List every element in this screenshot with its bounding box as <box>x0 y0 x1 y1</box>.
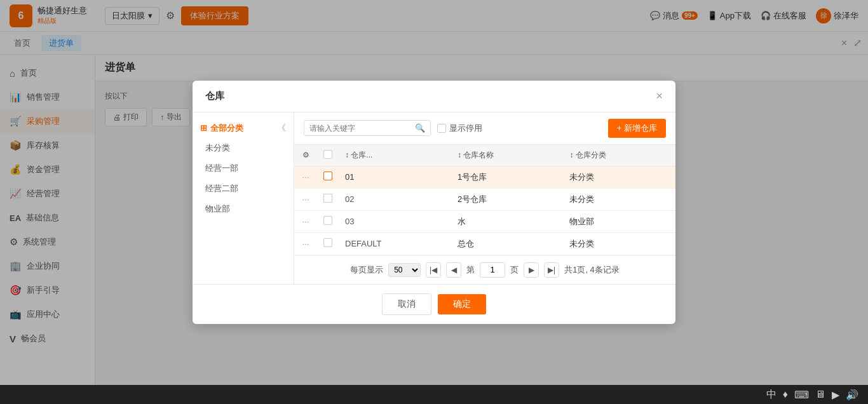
col-gear-header: ⚙ <box>294 145 317 166</box>
row-actions[interactable]: ··· <box>294 166 317 188</box>
next-page-btn[interactable]: ▶ <box>524 262 539 278</box>
confirm-button[interactable]: 确定 <box>438 294 486 314</box>
status-icon-sound[interactable]: 🔊 <box>846 389 858 401</box>
row-code: 02 <box>339 188 451 210</box>
category-panel: ⊞ 全部分类 《 未分类 经营一部 经营二部 物业部 <box>193 112 294 284</box>
total-info: 共1页, 4条记录 <box>564 264 620 276</box>
row-actions[interactable]: ··· <box>294 232 317 255</box>
category-item-unclassified[interactable]: 未分类 <box>193 138 294 158</box>
row-code: 03 <box>339 210 451 232</box>
first-page-btn[interactable]: |◀ <box>426 262 441 278</box>
prev-page-btn[interactable]: ◀ <box>446 262 461 278</box>
page-label: 第 <box>466 264 475 276</box>
table-row[interactable]: ··· 03 水 物业部 <box>294 210 675 232</box>
last-page-btn[interactable]: ▶| <box>544 262 559 278</box>
row-name: 1号仓库 <box>451 166 564 188</box>
row-category: 未分类 <box>563 188 675 210</box>
col-name-header: ↕ 仓库名称 <box>451 145 564 166</box>
row-checkbox[interactable] <box>323 172 332 180</box>
modal-title: 仓库 <box>205 90 224 102</box>
pagination: 每页显示 50 100 |◀ ◀ 第 页 ▶ ▶| 共1页, 4条记录 <box>294 255 675 284</box>
category-item-property[interactable]: 物业部 <box>193 199 294 219</box>
show-disabled-label: 显示停用 <box>449 123 482 134</box>
modal-body: ⊞ 全部分类 《 未分类 经营一部 经营二部 物业部 🔍 <box>193 112 675 284</box>
add-warehouse-btn[interactable]: + 新增仓库 <box>608 119 666 138</box>
category-header: ⊞ 全部分类 《 <box>193 119 294 138</box>
cancel-button[interactable]: 取消 <box>382 293 431 315</box>
row-code: 01 <box>339 166 451 188</box>
row-checkbox[interactable] <box>323 216 332 225</box>
page-number-input[interactable] <box>480 262 505 278</box>
row-actions[interactable]: ··· <box>294 210 317 232</box>
row-code: DEFAULT <box>339 232 451 255</box>
row-checkbox-cell <box>317 210 339 232</box>
warehouse-table: ⚙ ↕ 仓库... ↕ 仓库名称 <box>294 145 675 255</box>
category-item-dept1[interactable]: 经营一部 <box>193 158 294 178</box>
row-checkbox[interactable] <box>323 238 332 247</box>
row-checkbox-cell <box>317 166 339 188</box>
row-name: 水 <box>451 210 564 232</box>
table-header-row: ⚙ ↕ 仓库... ↕ 仓库名称 <box>294 145 675 166</box>
row-category: 未分类 <box>563 232 675 255</box>
row-name: 2号仓库 <box>451 188 564 210</box>
status-icon-screen: 🖥 <box>815 389 825 400</box>
row-category: 未分类 <box>563 166 675 188</box>
row-actions[interactable]: ··· <box>294 188 317 210</box>
search-wrap: 🔍 <box>304 120 431 136</box>
modal-overlay: 仓库 × ⊞ 全部分类 《 未分类 经营一部 经营二部 物业部 <box>0 0 868 404</box>
select-all-checkbox[interactable] <box>323 150 332 159</box>
warehouse-modal: 仓库 × ⊞ 全部分类 《 未分类 经营一部 经营二部 物业部 <box>193 81 675 324</box>
table-row[interactable]: ··· DEFAULT 总仓 未分类 <box>294 232 675 255</box>
page-unit: 页 <box>510 264 519 276</box>
modal-action-footer: 取消 确定 <box>193 284 675 324</box>
all-category[interactable]: ⊞ 全部分类 <box>200 123 243 134</box>
row-checkbox[interactable] <box>323 194 332 203</box>
search-input[interactable] <box>309 124 415 133</box>
show-disabled-wrap: 显示停用 <box>437 123 482 134</box>
row-category: 物业部 <box>563 210 675 232</box>
modal-close-btn[interactable]: × <box>656 90 663 103</box>
status-icon-play: ▶ <box>832 389 839 401</box>
row-name: 总仓 <box>451 232 564 255</box>
all-category-label: 全部分类 <box>210 123 243 134</box>
col-checkbox-header <box>317 145 339 166</box>
per-page-label: 每页显示 <box>350 264 383 276</box>
row-checkbox-cell <box>317 188 339 210</box>
status-bar: 中 ♦ ⌨ 🖥 ▶ 🔊 <box>0 385 868 404</box>
status-icon-keyboard[interactable]: ⌨ <box>794 389 809 401</box>
per-page-select[interactable]: 50 100 <box>388 263 421 277</box>
content-toolbar: 🔍 显示停用 + 新增仓库 <box>294 112 675 145</box>
col-code-header: ↕ 仓库... <box>339 145 451 166</box>
row-checkbox-cell <box>317 232 339 255</box>
status-icon-zh[interactable]: 中 <box>766 388 776 401</box>
category-item-dept2[interactable]: 经营二部 <box>193 178 294 199</box>
content-panel: 🔍 显示停用 + 新增仓库 ⚙ <box>294 112 675 284</box>
modal-header: 仓库 × <box>193 81 675 112</box>
grid-icon: ⊞ <box>200 123 207 133</box>
collapse-icon[interactable]: 《 <box>277 123 286 134</box>
search-icon[interactable]: 🔍 <box>415 123 425 133</box>
status-icon-diamond: ♦ <box>783 389 788 400</box>
table-row[interactable]: ··· 02 2号仓库 未分类 <box>294 188 675 210</box>
table-row[interactable]: ··· 01 1号仓库 未分类 <box>294 166 675 188</box>
show-disabled-checkbox[interactable] <box>437 124 446 133</box>
col-category-header: ↕ 仓库分类 <box>563 145 675 166</box>
